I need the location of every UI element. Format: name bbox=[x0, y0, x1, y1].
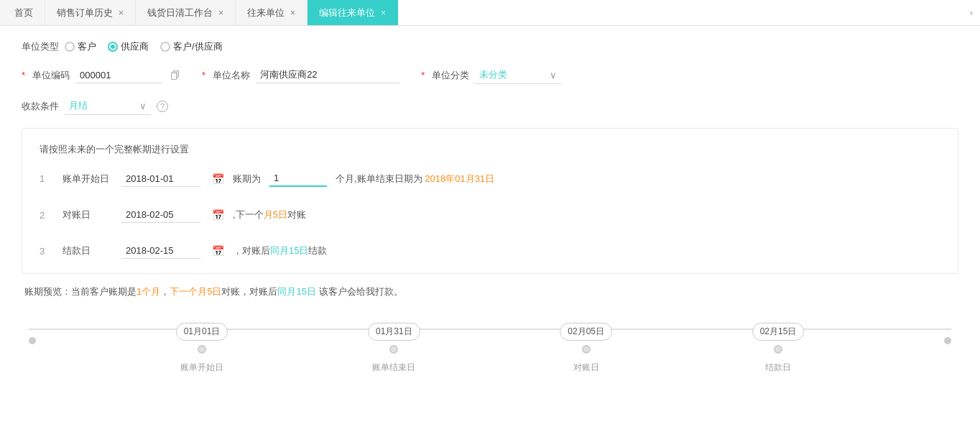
row-1-middle-text: 账期为 bbox=[233, 172, 261, 185]
timeline-point-4: 02月15日 结款日 bbox=[752, 323, 805, 358]
timeline-dot-2 bbox=[389, 345, 398, 354]
row-num-3: 3 bbox=[40, 246, 54, 257]
timeline-point-2: 01月31日 账单结束日 bbox=[368, 323, 420, 358]
radio-customer[interactable]: 客户 bbox=[65, 40, 96, 53]
timeline-sub-1: 账单开始日 bbox=[180, 362, 223, 374]
payment-terms-value: 月结 bbox=[69, 99, 88, 112]
unit-category-value: 未分类 bbox=[479, 68, 507, 81]
tab-bar: 首页 销售订单历史 × 钱货日清工作台 × 往来单位 × 编辑往来单位 × › bbox=[0, 0, 980, 26]
timeline-line bbox=[29, 328, 951, 330]
unit-type-radio-group: 客户 供应商 客户/供应商 bbox=[65, 40, 223, 53]
row-1-highlight: 2018年01月31日 bbox=[425, 173, 494, 184]
radio-supplier[interactable]: 供应商 bbox=[108, 40, 149, 53]
unit-category-select[interactable]: 未分类 ∨ bbox=[475, 66, 561, 84]
unit-name-input[interactable] bbox=[256, 68, 399, 83]
row-1-cal-icon[interactable]: 📅 bbox=[212, 173, 224, 185]
row-1-num-input[interactable] bbox=[269, 170, 327, 187]
row-3-date-input[interactable] bbox=[121, 243, 200, 259]
tab-sales-history[interactable]: 销售订单历史 × bbox=[45, 0, 136, 25]
main-content: 单位类型 客户 供应商 客户/供应商 * 单位编码 bbox=[0, 26, 980, 437]
timeline: 01月01日 账单开始日 01月31日 账单结束日 02月05日 对账日 02月… bbox=[29, 316, 951, 380]
row-3-label: 结款日 bbox=[63, 244, 113, 257]
tab-partner-units[interactable]: 往来单位 × bbox=[236, 0, 308, 25]
row-3-highlight: 同月15日 bbox=[270, 245, 308, 256]
row-2-suffix: ,下一个月5日对账 bbox=[233, 208, 306, 221]
row-1-suffix: 个月,账单结束日期为 2018年01月31日 bbox=[336, 172, 494, 185]
setting-row-2: 2 对账日 📅 ,下一个月5日对账 bbox=[40, 207, 940, 223]
timeline-sub-2: 账单结束日 bbox=[372, 362, 415, 374]
tab-partner-units-label: 往来单位 bbox=[247, 6, 285, 19]
unit-category-field: * 单位分类 未分类 ∨ bbox=[421, 66, 561, 84]
timeline-label-4: 02月15日 bbox=[752, 323, 805, 341]
timeline-label-1: 01月01日 bbox=[176, 323, 228, 341]
radio-supplier-circle bbox=[108, 42, 118, 52]
row-2-date-input[interactable] bbox=[121, 207, 200, 223]
timeline-point-3: 02月05日 对账日 bbox=[560, 323, 612, 358]
row-2-highlight: 月5日 bbox=[264, 209, 287, 220]
unit-name-label: 单位名称 bbox=[213, 69, 250, 82]
preview-part3: 同月15日 bbox=[277, 286, 315, 297]
timeline-label-3: 02月05日 bbox=[560, 323, 612, 341]
payment-terms-chevron: ∨ bbox=[139, 101, 147, 111]
row-1-date-input[interactable] bbox=[121, 171, 200, 187]
timeline-sub-3: 对账日 bbox=[573, 362, 599, 374]
timeline-sub-4: 结款日 bbox=[765, 362, 791, 374]
preview-part2: 下一个月5日 bbox=[170, 286, 221, 297]
tab-cash-workbench-label: 钱货日清工作台 bbox=[147, 6, 213, 19]
unit-code-label: 单位编码 bbox=[32, 69, 70, 82]
row-num-1: 1 bbox=[40, 173, 54, 184]
payment-terms-help-icon[interactable]: ? bbox=[157, 101, 168, 112]
radio-customer-label: 客户 bbox=[78, 40, 96, 53]
unit-category-star: * bbox=[421, 70, 425, 80]
payment-terms-row: 收款条件 月结 ∨ ? bbox=[22, 97, 958, 115]
tab-cash-workbench[interactable]: 钱货日清工作台 × bbox=[136, 0, 236, 25]
unit-category-chevron: ∨ bbox=[550, 70, 557, 80]
tab-sales-history-label: 销售订单历史 bbox=[57, 6, 113, 19]
tab-edit-partner[interactable]: 编辑往来单位 × bbox=[308, 0, 398, 25]
setting-row-3: 3 结款日 📅 ，对账后同月15日结款 bbox=[40, 243, 940, 259]
unit-type-label: 单位类型 bbox=[22, 40, 59, 53]
row-2-cal-icon[interactable]: 📅 bbox=[212, 209, 224, 221]
radio-supplier-label: 供应商 bbox=[121, 40, 149, 53]
tab-overflow-arrow[interactable]: › bbox=[963, 0, 980, 25]
tab-cash-workbench-close[interactable]: × bbox=[218, 8, 223, 18]
payment-terms-select[interactable]: 月结 ∨ bbox=[65, 97, 151, 115]
tab-partner-units-close[interactable]: × bbox=[290, 8, 295, 18]
unit-code-input[interactable] bbox=[75, 68, 162, 83]
radio-both[interactable]: 客户/供应商 bbox=[160, 40, 223, 53]
row-num-2: 2 bbox=[40, 210, 54, 221]
unit-type-row: 单位类型 客户 供应商 客户/供应商 bbox=[22, 40, 958, 53]
unit-code-copy-icon[interactable]: 🗍 bbox=[170, 70, 180, 81]
timeline-dot-4 bbox=[774, 345, 782, 354]
tab-edit-partner-close[interactable]: × bbox=[381, 8, 386, 18]
radio-both-circle bbox=[160, 42, 170, 52]
timeline-point-1: 01月01日 账单开始日 bbox=[176, 323, 228, 358]
unit-name-star: * bbox=[202, 70, 205, 80]
tab-home-label: 首页 bbox=[14, 6, 33, 19]
preview-text: 账期预览：当前客户账期是1个月，下一个月5日对账，对账后同月15日 该客户会给我… bbox=[22, 285, 958, 298]
unit-category-label: 单位分类 bbox=[432, 69, 469, 82]
radio-both-label: 客户/供应商 bbox=[173, 40, 223, 53]
tab-home[interactable]: 首页 bbox=[0, 0, 45, 25]
timeline-label-2: 01月31日 bbox=[368, 323, 420, 341]
payment-terms-label: 收款条件 bbox=[22, 100, 59, 113]
tab-edit-partner-label: 编辑往来单位 bbox=[319, 6, 375, 19]
unit-name-field: * 单位名称 bbox=[202, 68, 399, 83]
settings-box: 请按照未来的一个完整帐期进行设置 1 账单开始日 📅 账期为 个月,账单结束日期… bbox=[22, 128, 958, 274]
settings-title: 请按照未来的一个完整帐期进行设置 bbox=[40, 143, 940, 156]
payment-terms-field: 收款条件 月结 ∨ ? bbox=[22, 97, 168, 115]
row-1-label: 账单开始日 bbox=[63, 172, 113, 185]
unit-code-field: * 单位编码 🗍 bbox=[22, 68, 180, 83]
timeline-right-dot bbox=[944, 337, 951, 344]
setting-row-1: 1 账单开始日 📅 账期为 个月,账单结束日期为 2018年01月31日 bbox=[40, 170, 940, 187]
timeline-dot-3 bbox=[582, 345, 591, 354]
unit-type-field: 单位类型 客户 供应商 客户/供应商 bbox=[22, 40, 223, 53]
timeline-dot-1 bbox=[198, 345, 206, 354]
row-3-suffix: ，对账后同月15日结款 bbox=[233, 244, 327, 257]
row-3-cal-icon[interactable]: 📅 bbox=[212, 245, 224, 257]
row-2-label: 对账日 bbox=[63, 208, 113, 221]
timeline-left-dot bbox=[29, 337, 36, 344]
tab-sales-history-close[interactable]: × bbox=[119, 8, 124, 18]
unit-info-row: * 单位编码 🗍 * 单位名称 * 单位分类 未分类 ∨ bbox=[22, 66, 958, 84]
radio-customer-circle bbox=[65, 42, 75, 52]
